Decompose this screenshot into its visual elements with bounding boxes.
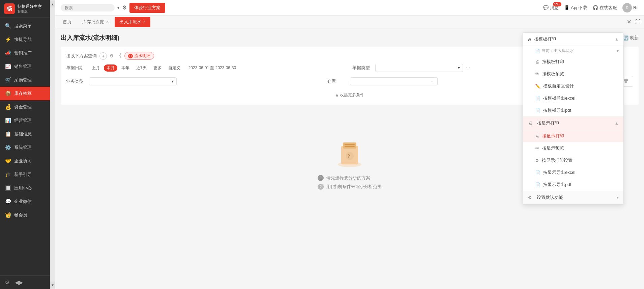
sidebar-item-system[interactable]: ⚙️系统管理 xyxy=(0,141,50,154)
sidebar-item-operations[interactable]: 📊经营管理 xyxy=(0,114,50,127)
sidebar-item-purchase[interactable]: 🛒采购管理 xyxy=(0,73,50,87)
close-window-btn[interactable]: ✕ xyxy=(626,18,632,26)
search-input[interactable] xyxy=(61,4,115,11)
template-section-toggle[interactable]: ▲ xyxy=(615,37,619,42)
tmpl-preview-icon: 👁 xyxy=(535,72,539,77)
topbar-right: 💬 消息 99+ 📱 App下载 🎧 在线客服 R Rit xyxy=(543,3,639,12)
biz-type-select[interactable]: ▾ xyxy=(89,77,177,85)
disp-settings-icon: ⚙ xyxy=(535,158,539,163)
tabs-bar: 首页 库存批次账 × 出入库流水 × ✕ ⛶ xyxy=(55,16,644,28)
date-opt-本年[interactable]: 本年 xyxy=(119,64,132,72)
marketing-label: 营销推广 xyxy=(14,50,32,56)
topbar-gear-icon[interactable]: ⚙ xyxy=(122,4,127,11)
dropdown-item-tmpl-preview[interactable]: 👁按模板预览 xyxy=(523,68,623,80)
sales-label: 销售管理 xyxy=(14,63,32,70)
sidebar-item-shortcut[interactable]: ⚡快捷导航 xyxy=(0,33,50,46)
tab-flow[interactable]: 出入库流水 × xyxy=(115,17,150,27)
corp-label: 企业协同 xyxy=(14,158,32,164)
sales-icon: 📈 xyxy=(5,63,11,70)
avatar: R xyxy=(622,3,632,12)
marketing-icon: 📣 xyxy=(5,50,11,56)
dropdown-item-disp-excel[interactable]: 📄按显示导出excel xyxy=(523,166,623,179)
filter-label: 按以下方案查询 xyxy=(66,53,97,59)
user-avatar-btn[interactable]: R Rit xyxy=(622,3,639,12)
filter-add-btn[interactable]: + xyxy=(99,52,107,60)
warehouse-select[interactable]: ··· xyxy=(350,77,438,85)
filter-tag[interactable]: ⊙ 流水明细 xyxy=(124,52,154,60)
sidebar-item-finance[interactable]: 💰资金管理 xyxy=(0,100,50,114)
logo-icon: 畅 xyxy=(4,3,15,14)
dropdown-template-items: 🖨按模板打印👁按模板预览✏️模板自定义设计📄按模板导出excel📄按模板导出pd… xyxy=(523,56,623,116)
warehouse-label: 仓库 xyxy=(327,78,347,84)
member-icon: 👑 xyxy=(5,212,11,218)
refresh-btn[interactable]: 🔄 刷新 xyxy=(623,35,639,41)
voucher-type-more[interactable]: ··· xyxy=(466,65,470,71)
sidebar-item-inventory[interactable]: 📦库存核算 xyxy=(0,87,50,100)
empty-icon: ? xyxy=(333,136,367,169)
dropdown-item-tmpl-print[interactable]: 🖨按模板打印 xyxy=(523,56,623,68)
date-opt-上月[interactable]: 上月 xyxy=(89,64,103,72)
batch-tab-label: 库存批次账 xyxy=(82,19,104,25)
tab-home[interactable]: 首页 xyxy=(58,17,76,27)
flow-tab-close[interactable]: × xyxy=(143,20,146,24)
sidebar-item-newbie[interactable]: 🎓新手引导 xyxy=(0,168,50,181)
sidebar-nav: 🔍搜索菜单⚡快捷导航📣营销推广📈销售管理🛒采购管理📦库存核算💰资金管理📊经营管理… xyxy=(0,18,50,275)
collapse-icon[interactable]: ◀▶ xyxy=(15,279,23,286)
online-service-btn[interactable]: 🎧 在线客服 xyxy=(593,5,617,11)
app-download-btn[interactable]: 📱 App下载 xyxy=(564,5,587,11)
warehouse-more[interactable]: ··· xyxy=(431,79,435,84)
dropdown-item-tmpl-pdf[interactable]: 📄按模板导出pdf xyxy=(523,104,623,116)
filter-collapse-btn[interactable]: 《 xyxy=(116,52,122,59)
filter-gear-btn[interactable]: ⚙ xyxy=(110,53,114,58)
sidebar-item-wechat[interactable]: 💬企业微信 xyxy=(0,195,50,208)
collapse-icon: ∧ xyxy=(335,93,339,98)
dropdown-item-disp-print[interactable]: 🖨按显示打印 xyxy=(523,130,623,142)
voucher-type-label: 单据类型 xyxy=(352,65,373,71)
sidebar-item-corp[interactable]: 🤝企业协同 xyxy=(0,154,50,168)
tmpl-excel-icon: 📄 xyxy=(535,96,540,101)
trial-btn[interactable]: 体验行业方案 xyxy=(129,3,165,13)
date-opt-近7天[interactable]: 近7天 xyxy=(134,64,149,72)
search-dropdown-btn[interactable]: ▾ xyxy=(117,5,119,10)
sidebar-item-sales[interactable]: 📈销售管理 xyxy=(0,60,50,73)
search-icon: 🔍 xyxy=(5,23,11,29)
sidebar-item-apps[interactable]: 🔲应用中心 xyxy=(0,181,50,195)
date-opt-自定义[interactable]: 自定义 xyxy=(166,64,183,72)
date-opt-本月[interactable]: 本月 xyxy=(104,64,117,72)
dropdown-item-tmpl-customize[interactable]: ✏️模板自定义设计 xyxy=(523,80,623,92)
voucher-type-chevron: ▾ xyxy=(458,65,460,70)
sidebar-item-marketing[interactable]: 📣营销推广 xyxy=(0,46,50,60)
expand-window-btn[interactable]: ⛶ xyxy=(635,18,641,26)
scroll-down-btn[interactable]: ▼ xyxy=(50,282,55,288)
dropdown-item-disp-pdf[interactable]: 📄按显示导出pdf xyxy=(523,179,623,191)
default-section-toggle[interactable]: ▾ xyxy=(617,195,619,200)
sidebar-item-member[interactable]: 👑畅会员 xyxy=(0,208,50,222)
sidebar-item-search[interactable]: 🔍搜索菜单 xyxy=(0,19,50,33)
tab-batch[interactable]: 库存批次账 × xyxy=(78,17,113,27)
dropdown-item-tmpl-excel[interactable]: 📄按模板导出excel xyxy=(523,92,623,104)
sidebar-bottom: ⚙ ◀▶ xyxy=(0,275,50,289)
sidebar-scrollbar[interactable]: ▲ ▼ xyxy=(50,0,55,289)
dropdown-item-disp-settings[interactable]: ⚙按显示打印设置 xyxy=(523,154,623,166)
display-section-toggle[interactable]: ▲ xyxy=(615,121,619,126)
empty-step-1: 1 请先选择要分析的方案 xyxy=(318,175,381,181)
date-opt-更多[interactable]: 更多 xyxy=(151,64,164,72)
message-btn[interactable]: 💬 消息 99+ xyxy=(543,5,559,11)
display-section-icon: 🖨 xyxy=(528,121,532,126)
inventory-label: 库存核算 xyxy=(14,90,32,97)
scroll-up-btn[interactable]: ▲ xyxy=(50,1,55,7)
purchase-label: 采购管理 xyxy=(14,77,32,83)
display-section-header[interactable]: 🖨 按显示打印 ▲ xyxy=(523,117,623,130)
shortcut-label: 快捷导航 xyxy=(14,36,32,43)
batch-tab-close[interactable]: × xyxy=(106,20,109,24)
app-logo: 畅 畅捷通好生意 标准版 xyxy=(0,0,50,18)
empty-step-2: 2 用[过滤]条件来缩小分析范围 xyxy=(318,184,381,190)
default-section-header[interactable]: ⚙ 设置默认功能 ▾ xyxy=(523,191,623,204)
default-section-icon: ⚙ xyxy=(528,195,532,200)
settings-icon[interactable]: ⚙ xyxy=(5,279,9,286)
empty-steps: 1 请先选择要分析的方案 2 用[过滤]条件来缩小分析范围 xyxy=(318,175,381,190)
voucher-type-select[interactable]: ▾ xyxy=(375,64,463,72)
dropdown-item-disp-preview[interactable]: 👁按显示预览 xyxy=(523,142,623,154)
system-label: 系统管理 xyxy=(14,144,32,151)
sidebar-item-basics[interactable]: 📋基础信息 xyxy=(0,127,50,141)
